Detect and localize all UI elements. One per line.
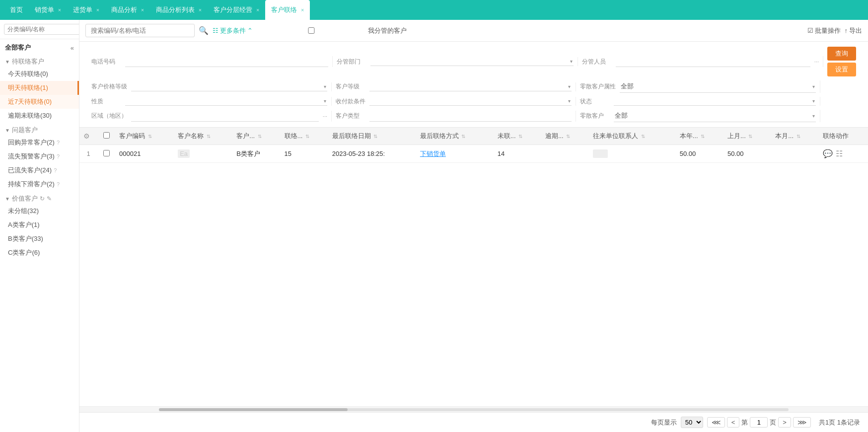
select-all-checkbox[interactable] (103, 132, 110, 139)
close-customer-contact-icon[interactable]: × (301, 7, 304, 13)
last-contact-way-link[interactable]: 下销货单 (420, 150, 446, 157)
row-last-month: 50.00 (723, 145, 771, 163)
close-product-analysis-list-icon[interactable]: × (199, 7, 202, 13)
filter-payment-select[interactable]: ▾ (369, 97, 572, 106)
settings-icon[interactable]: ⚙ (83, 132, 90, 140)
row-checkbox[interactable] (103, 150, 110, 156)
sort-this-month-icon[interactable]: ⇅ (796, 134, 800, 139)
nav-customer-layered[interactable]: 客户分层经营 × (208, 0, 265, 20)
col-type-header: 客户... ⇅ (232, 128, 280, 145)
scrollbar-track[interactable] (159, 408, 789, 411)
filter-customer-level-select[interactable]: ▾ (369, 82, 572, 91)
message-icon[interactable]: 💬 (823, 149, 833, 158)
filter-price-level-select[interactable]: ▾ (131, 82, 327, 91)
row-checkbox-cell (97, 145, 115, 163)
sort-last-contact-way-icon[interactable]: ⇅ (461, 134, 465, 139)
edit-icon[interactable]: ✎ (47, 195, 52, 202)
refresh-icon[interactable]: ↻ (40, 195, 45, 202)
collapse-icon[interactable]: « (71, 44, 74, 52)
help-icon-3: ? (54, 167, 57, 173)
nav-home[interactable]: 首页 (4, 0, 29, 20)
sidebar-item-churn-warning[interactable]: 流失预警客户(3) ? (0, 149, 79, 163)
filter-customer-type-input[interactable] (369, 111, 572, 122)
nav-product-analysis[interactable]: 商品分析 × (105, 0, 150, 20)
triangle-icon-3: ▼ (5, 196, 10, 202)
batch-ops-button[interactable]: ☑ 批量操作 (807, 26, 841, 35)
close-customer-layered-icon[interactable]: × (256, 7, 259, 13)
sidebar-item-declining[interactable]: 持续下滑客户(2) ? (0, 177, 79, 191)
nav-product-analysis-list[interactable]: 商品分析列表 × (150, 0, 208, 20)
first-page-button[interactable]: ⋘ (707, 417, 725, 428)
close-purchase-icon[interactable]: × (96, 7, 99, 13)
table-container: ⚙ 客户编码 ⇅ 客户名称 ⇅ (79, 128, 868, 406)
filter-phone: 电话号码 (87, 56, 333, 67)
filter-dept-select[interactable]: ▾ (370, 57, 574, 66)
filter-person-label: 分管人员 (582, 58, 612, 66)
close-sales-icon[interactable]: × (58, 7, 61, 13)
action-buttons: 查询 设置 (823, 47, 860, 76)
sort-last-month-icon[interactable]: ⇅ (748, 134, 752, 139)
sidebar-item-c-class[interactable]: C类客户(6) (0, 246, 79, 260)
sort-type-icon[interactable]: ⇅ (258, 134, 262, 139)
export-button[interactable]: ↑ 导出 (845, 26, 863, 35)
sidebar-item-churned[interactable]: 已流失客户(24) ? (0, 163, 79, 177)
sort-name-icon[interactable]: ⇅ (207, 134, 211, 139)
query-button[interactable]: 查询 (827, 47, 856, 61)
grid-icon[interactable]: ☷ (836, 149, 843, 158)
filter-person-more[interactable]: ··· (814, 59, 819, 65)
search-input[interactable] (85, 24, 195, 37)
search-button[interactable]: 🔍 (199, 26, 209, 35)
filter-region-more[interactable]: ··· (323, 113, 327, 119)
sort-last-contact-date-icon[interactable]: ⇅ (373, 134, 377, 139)
filter-nature: 性质 ▾ (87, 97, 332, 106)
sort-code-icon[interactable]: ⇅ (148, 134, 152, 139)
prev-page-button[interactable]: < (727, 417, 740, 428)
nav-sales[interactable]: 销货单 × (29, 0, 67, 20)
filter-retail-customer-select[interactable]: 全部 ▾ (614, 110, 816, 122)
filter-retail-attr-select[interactable]: 全部 ▾ (620, 80, 816, 93)
sort-contacts-icon[interactable]: ⇅ (305, 134, 309, 139)
sidebar-item-ungrouped[interactable]: 未分组(32) (0, 204, 79, 218)
filter-status: 状态 ▾ (576, 97, 820, 106)
page-size-select[interactable]: 50 (681, 417, 703, 428)
sort-uncontacted-icon[interactable]: ⇅ (518, 134, 522, 139)
sidebar-item-tomorrow[interactable]: 明天待联络(1) (0, 81, 79, 95)
next-page-button[interactable]: > (778, 417, 791, 428)
sort-overdue-icon[interactable]: ⇅ (566, 134, 570, 139)
sidebar-item-overdue[interactable]: 逾期未联络(30) (0, 109, 79, 123)
set-button[interactable]: 设置 (827, 63, 856, 76)
filter-status-select[interactable]: ▾ (614, 97, 816, 106)
filter-person: 分管人员 ··· (578, 56, 823, 67)
filter-nature-label: 性质 (91, 97, 121, 106)
filter-region: 区域（地区） ··· (87, 111, 332, 122)
nav-purchase[interactable]: 进货单 × (67, 0, 105, 20)
my-customers-checkbox[interactable] (257, 27, 366, 34)
filter-phone-input[interactable] (125, 56, 328, 67)
sidebar-item-repurchase-abnormal[interactable]: 回购异常客户(2) ? (0, 136, 79, 149)
filter-region-label: 区域（地区） (91, 112, 127, 120)
last-page-button[interactable]: ⋙ (793, 417, 811, 428)
help-icon-2: ? (57, 153, 60, 159)
page-input[interactable] (750, 417, 768, 428)
close-product-analysis-icon[interactable]: × (141, 7, 144, 13)
chevron-down-icon-1: ▾ (570, 59, 573, 64)
sidebar-item-a-class[interactable]: A类客户(1) (0, 218, 79, 232)
filter-customer-level: 客户等级 ▾ (332, 82, 576, 91)
scrollbar-thumb[interactable] (159, 408, 348, 411)
page-nav: ⋘ < 第 页 > ⋙ (707, 417, 811, 428)
all-customers-header: 全部客户 « (0, 39, 79, 54)
sort-this-year-icon[interactable]: ⇅ (701, 134, 705, 139)
filter-nature-select[interactable]: ▾ (125, 97, 327, 106)
sort-contacts2-icon[interactable]: ⇅ (641, 134, 645, 139)
row-this-year: 50.00 (676, 145, 723, 163)
sidebar-item-7days[interactable]: 近7天待联络(0) (0, 95, 79, 109)
content-area: 🔍 ☷ 更多条件 ⌃ 我分管的客户 ☑ 批量操作 ↑ 导出 (79, 20, 868, 432)
filter-person-input[interactable] (616, 56, 810, 67)
sidebar-item-b-class[interactable]: B类客户(33) (0, 232, 79, 246)
filter-region-input[interactable] (131, 111, 319, 122)
filter-retail-customer-label: 零散客户 (580, 112, 610, 120)
sidebar-search-input[interactable] (4, 24, 79, 35)
nav-customer-contact[interactable]: 客户联络 × (265, 0, 310, 20)
more-filter-button[interactable]: ☷ 更多条件 ⌃ (213, 26, 253, 35)
sidebar-item-today[interactable]: 今天待联络(0) (0, 67, 79, 81)
